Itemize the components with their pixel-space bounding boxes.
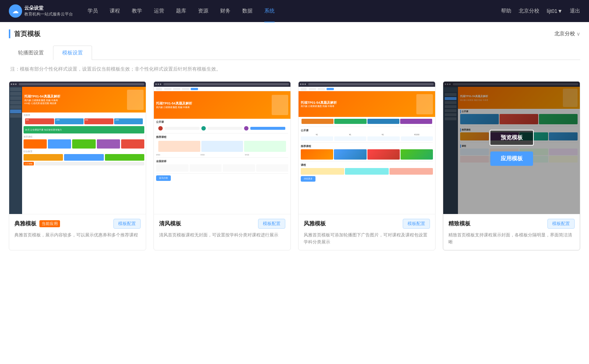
preview-nav-bar-2 — [154, 82, 290, 87]
card-desc-4: 精致首页模板支持课程展示封面，各模板分隔明显，界面简洁清晰 — [448, 232, 575, 246]
template-name-4: 精致模板 — [448, 220, 470, 227]
preview-template-btn[interactable]: 预览模板 — [490, 130, 534, 146]
page-content: 首页模板 北京分校 ∨ 轮播图设置 模板设置 注：模板有部分个性化样式设置，设置… — [0, 22, 589, 364]
help-link[interactable]: 帮助 — [501, 8, 511, 14]
card-title-left-2: 清风模板 — [159, 220, 181, 227]
main-menu: 学员 课程 教学 运营 题库 资源 财务 数据 系统 — [88, 6, 501, 16]
card-title-row-1: 典雅模板 当前应用 模板配置 — [14, 219, 141, 229]
logout-link[interactable]: 退出 — [570, 8, 580, 14]
template-preview-3[interactable]: 托福TP01-54真题及解析 四六级 口语英语 雅思 托福 中高考 — [299, 82, 435, 214]
card-title-left-1: 典雅模板 当前应用 — [14, 220, 60, 227]
logo[interactable]: ☁ 云朵设堂 教育机构一站式服务云平台 — [9, 4, 73, 18]
page-title: 首页模板 — [9, 29, 40, 38]
nav-data[interactable]: 数据 — [242, 6, 253, 16]
template-preview-4[interactable]: 托福TP01-54真题及解析 四六级 口语英语 雅思 托福 中高考 公开课 — [443, 82, 580, 214]
branch-name: 北京分校 — [554, 31, 575, 37]
nav-courses[interactable]: 课程 — [110, 6, 120, 16]
card-footer-3: 风雅模板 模板配置 风雅首页模板可添加轮播图下广告图片，可对课程及课程包设置学科… — [299, 214, 435, 250]
template-preview-1[interactable]: 托福TP01-54真题及解析 四六级 口语英语 雅思 托福 中高考 ¥30起 心… — [9, 82, 146, 214]
chevron-down-icon: ∨ — [576, 31, 580, 37]
template-name-2: 清风模板 — [159, 220, 181, 227]
preview-divider-2 — [156, 133, 288, 133]
branch-selector[interactable]: 北京分校 ∨ — [554, 31, 580, 37]
nav-question-bank[interactable]: 题库 — [176, 6, 186, 16]
template-grid: 托福TP01-54真题及解析 四六级 口语英语 雅思 托福 中高考 ¥30起 心… — [9, 81, 580, 250]
config-btn-4[interactable]: 模板配置 — [547, 219, 575, 229]
apply-template-btn[interactable]: 应用模板 — [490, 151, 533, 166]
card-footer-2: 清风模板 模板配置 清风首页模板课程无封面，可设置按学科分类对课程进行展示 — [154, 214, 290, 243]
preview-nav-bar-1 — [9, 82, 146, 87]
card-desc-1: 典雅首页模板，展示内容较多，可以展示优惠券和多个推荐课程 — [14, 232, 141, 239]
tab-template[interactable]: 模板设置 — [53, 46, 92, 60]
nav-operations[interactable]: 运营 — [154, 6, 164, 16]
note-text: 注：模板有部分个性化样式设置，设置后仅当前模板生效；非个性化样式设置后针对所有模… — [9, 66, 580, 72]
nav-finance[interactable]: 财务 — [220, 6, 230, 16]
card-desc-2: 清风首页模板课程无封面，可设置按学科分类对课程进行展示 — [159, 232, 285, 239]
top-navigation: ☁ 云朵设堂 教育机构一站式服务云平台 学员 课程 教学 运营 题库 资源 财务… — [0, 0, 589, 22]
nav-resources[interactable]: 资源 — [198, 6, 208, 16]
template-card-4: 托福TP01-54真题及解析 四六级 口语英语 雅思 托福 中高考 公开课 — [443, 81, 580, 250]
topnav-right-actions: 帮助 北京分校 lijt01▼ 退出 — [501, 8, 580, 14]
config-btn-3[interactable]: 模板配置 — [403, 219, 430, 229]
card-footer-4: 精致模板 模板配置 精致首页模板支持课程展示封面，各模板分隔明显，界面简洁清晰 — [443, 214, 580, 250]
card-footer-1: 典雅模板 当前应用 模板配置 典雅首页模板，展示内容较多，可以展示优惠券和多个推… — [9, 214, 146, 243]
preview-main-1: 托福TP01-54真题及解析 四六级 口语英语 雅思 托福 中高考 ¥30起 心… — [22, 87, 146, 214]
template-card-2: 托福TP01-54真题及解析 四六级 口语英语 雅思 托福 中高考 公开课 — [154, 81, 291, 250]
card-title-row-2: 清风模板 模板配置 — [159, 219, 285, 229]
template-overlay-4: 预览模板 应用模板 — [443, 82, 580, 214]
card-title-row-4: 精致模板 模板配置 — [448, 219, 575, 229]
preview-nav-bar-3 — [299, 82, 435, 87]
template-name-3: 风雅模板 — [304, 220, 326, 227]
tab-carousel[interactable]: 轮播图设置 — [9, 46, 53, 60]
branch-link[interactable]: 北京分校 — [519, 8, 539, 14]
current-badge-1: 当前应用 — [39, 220, 60, 227]
card-title-left-4: 精致模板 — [448, 220, 470, 227]
card-title-left-3: 风雅模板 — [304, 220, 326, 227]
nav-teaching[interactable]: 教学 — [132, 6, 142, 16]
logo-text: 云朵设堂 教育机构一站式服务云平台 — [24, 5, 73, 17]
nav-system[interactable]: 系统 — [264, 6, 275, 16]
nav-students[interactable]: 学员 — [88, 6, 98, 16]
template-card-3: 托福TP01-54真题及解析 四六级 口语英语 雅思 托福 中高考 — [298, 81, 435, 250]
tab-bar: 轮播图设置 模板设置 — [9, 46, 580, 60]
card-title-row-3: 风雅模板 模板配置 — [304, 219, 430, 229]
template-card-1: 托福TP01-54真题及解析 四六级 口语英语 雅思 托福 中高考 ¥30起 心… — [9, 81, 146, 250]
preview-green-banner-1: 30天 让你摆脱平庸 知识使你更有魅力 — [24, 126, 144, 133]
page-header: 首页模板 北京分校 ∨ — [9, 29, 580, 38]
preview-sidebar-1 — [9, 87, 22, 214]
template-name-1: 典雅模板 — [14, 220, 36, 227]
config-btn-1[interactable]: 模板配置 — [113, 219, 141, 229]
template-preview-2[interactable]: 托福TP01-54真题及解析 四六级 口语英语 雅思 托福 中高考 公开课 — [154, 82, 290, 214]
card-desc-3: 风雅首页模板可添加轮播图下广告图片，可对课程及课程包设置学科分类展示 — [304, 232, 430, 246]
user-menu[interactable]: lijt01▼ — [547, 8, 562, 14]
config-btn-2[interactable]: 模板配置 — [258, 219, 285, 229]
logo-icon: ☁ — [9, 4, 22, 18]
